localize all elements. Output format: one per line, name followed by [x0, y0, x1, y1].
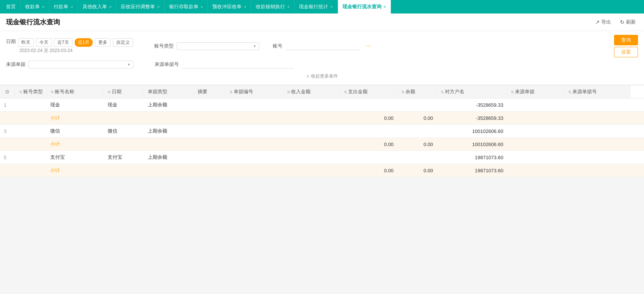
nav-bank-deposit[interactable]: 银行存取款单 × — [165, 0, 208, 13]
close-icon[interactable]: × — [157, 4, 159, 9]
cell-account-type: 小计 — [47, 112, 104, 125]
cell-account-type: 微信 — [47, 125, 104, 138]
date-btn-custom[interactable]: 自定义 — [113, 38, 133, 47]
account-type-label: 账号类型 — [154, 43, 174, 49]
close-icon[interactable]: × — [287, 4, 290, 9]
cell-account-name: 支付宝 — [104, 151, 144, 164]
table-header: ⚙ ⇅账号类型 ⇅账号名称 ⇅日期 单据类型 摘要 ⇅单据编号 ⇅收入金额 — [0, 85, 644, 98]
close-icon[interactable]: × — [384, 4, 386, 9]
date-btn-today[interactable]: 今天 — [36, 38, 52, 47]
account-input-wrap — [285, 42, 360, 50]
date-btn-7days[interactable]: 近7天 — [54, 38, 72, 47]
cell-counterparty — [507, 151, 564, 164]
cell-expense — [397, 151, 437, 164]
cell-doc-no — [283, 112, 340, 125]
cell-source-doc-no — [630, 112, 644, 125]
nav-receipt[interactable]: 收款单 × — [21, 0, 49, 13]
cell-counterparty — [507, 164, 564, 177]
cell-balance: -3528659.33 — [437, 112, 507, 125]
source-doc-no-input[interactable] — [182, 61, 294, 67]
action-buttons: 查询 设置 — [614, 35, 638, 57]
dots-button[interactable]: ··· — [363, 43, 373, 49]
th-source-doc[interactable]: ⇅来源单据 — [507, 85, 564, 98]
query-button[interactable]: 查询 — [614, 35, 638, 45]
table-row: 5支付宝支付宝上期余额19871073.60 — [0, 151, 644, 164]
cell-source-doc-no — [630, 164, 644, 177]
cell-date — [144, 138, 194, 151]
date-btn-yesterday[interactable]: 昨天 — [18, 38, 34, 47]
nav-home[interactable]: 首页 — [2, 0, 21, 13]
close-icon[interactable]: × — [109, 4, 111, 9]
cell-balance: 19871073.60 — [437, 164, 507, 177]
nav-payment[interactable]: 付款单 × — [49, 0, 78, 13]
table-container: ⚙ ⇅账号类型 ⇅账号名称 ⇅日期 单据类型 摘要 ⇅单据编号 ⇅收入金额 — [0, 85, 644, 177]
cell-source-doc-no — [630, 151, 644, 164]
close-icon[interactable]: × — [71, 4, 73, 9]
th-doc-no[interactable]: ⇅单据编号 — [226, 85, 283, 98]
gear-icon[interactable]: ⚙ — [5, 89, 10, 95]
account-type-select[interactable]: ▾ — [177, 42, 259, 50]
close-icon[interactable]: × — [244, 4, 246, 9]
refresh-button[interactable]: ↻ 刷新 — [618, 17, 638, 27]
source-doc-select[interactable]: ▾ — [29, 61, 134, 69]
cell-balance: 19871073.60 — [437, 151, 507, 164]
cell-summary — [226, 164, 283, 177]
cell-expense — [397, 125, 437, 138]
close-icon[interactable]: × — [201, 4, 203, 9]
nav-adjustment[interactable]: 应收应付调整单 × — [116, 0, 164, 13]
cell-summary — [226, 112, 283, 125]
collapse-bar[interactable]: ∧ 收起更多条件 — [6, 72, 638, 82]
nav-flow-query[interactable]: 现金银行流水查询 × — [338, 0, 391, 13]
cell-expense — [397, 98, 437, 112]
th-balance[interactable]: ⇅余额 — [397, 85, 437, 98]
source-doc-filter: 来源单据 ▾ — [6, 61, 134, 69]
setting-button[interactable]: 设置 — [614, 47, 638, 57]
sort-arrows-icon: ⇅ — [401, 90, 404, 94]
th-settings: ⚙ — [0, 85, 15, 98]
close-icon[interactable]: × — [330, 4, 333, 9]
th-summary: 摘要 — [194, 85, 225, 98]
source-doc-label: 来源单据 — [6, 61, 26, 68]
date-buttons: 昨天 今天 近7天 近1月 更多 自定义 — [18, 38, 133, 47]
nav-other-income[interactable]: 其他收入单 × — [78, 0, 116, 13]
th-account-type[interactable]: ⇅账号类型 — [15, 85, 47, 98]
date-btn-1month[interactable]: 近1月 — [75, 38, 93, 47]
cell-doc-no — [283, 125, 340, 138]
filter-row-2: 来源单据 ▾ 来源单据号 — [6, 60, 638, 69]
cell-summary — [226, 138, 283, 151]
cell-summary — [226, 98, 283, 112]
export-icon: ↗ — [595, 19, 600, 25]
nav-prepaid[interactable]: 预收冲应收单 × — [208, 0, 251, 13]
row-num-cell — [0, 138, 15, 151]
nav-stats[interactable]: 现金银行统计 × — [294, 0, 338, 13]
th-account-name[interactable]: ⇅账号名称 — [47, 85, 104, 98]
th-income[interactable]: ⇅收入金额 — [283, 85, 340, 98]
th-expense[interactable]: ⇅支出金额 — [340, 85, 398, 98]
cell-date: 上期余额 — [144, 98, 194, 112]
sort-arrows-icon: ⇅ — [344, 90, 347, 94]
cell-counterparty — [507, 98, 564, 112]
close-icon[interactable]: × — [42, 4, 44, 9]
page-header: 现金银行流水查询 ↗ 导出 ↻ 刷新 — [0, 13, 644, 31]
row-gear-cell — [15, 151, 47, 164]
th-source-doc-no[interactable]: ⇅来源单据号 — [564, 85, 630, 98]
filter-row-1: 日期 昨天 今天 近7天 近1月 更多 自定义 2023-02-24 至 202… — [6, 35, 638, 57]
cell-source-doc-no — [630, 125, 644, 138]
account-input[interactable] — [285, 43, 360, 49]
cell-balance: 100102606.60 — [437, 138, 507, 151]
sort-arrows-icon: ⇅ — [568, 90, 571, 94]
th-doc-type: 单据类型 — [144, 85, 194, 98]
date-btn-more[interactable]: 更多 — [95, 38, 111, 47]
date-range: 2023-02-24 至 2023-03-24 — [20, 48, 133, 54]
nav-verify[interactable]: 收款核销执行 × — [251, 0, 294, 13]
cell-source-doc — [564, 125, 630, 138]
th-date[interactable]: ⇅日期 — [104, 85, 144, 98]
th-counterparty[interactable]: ⇅对方户名 — [437, 85, 507, 98]
cell-expense: 0.00 — [397, 112, 437, 125]
cell-income — [340, 151, 398, 164]
cell-account-name: 微信 — [104, 125, 144, 138]
cell-income: 0.00 — [340, 138, 398, 151]
export-button[interactable]: ↗ 导出 — [593, 17, 613, 27]
refresh-icon: ↻ — [620, 19, 624, 25]
data-table: ⚙ ⇅账号类型 ⇅账号名称 ⇅日期 单据类型 摘要 ⇅单据编号 ⇅收入金额 — [0, 85, 644, 177]
